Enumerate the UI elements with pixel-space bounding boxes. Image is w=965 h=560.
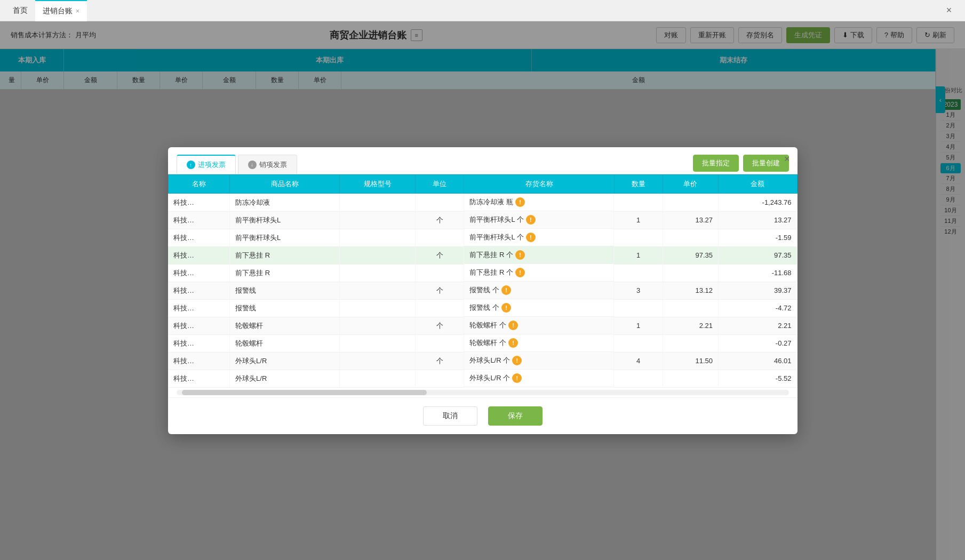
th-price: 单价: [663, 175, 718, 194]
warning-icon[interactable]: !: [515, 197, 525, 207]
warning-icon[interactable]: !: [512, 356, 522, 365]
tab-in-icon: ↑: [187, 161, 195, 169]
th-qty: 数量: [614, 175, 663, 194]
table-cell: [663, 334, 718, 352]
table-cell: [340, 229, 416, 246]
modal-tabs: ↑ 进项发票 ↓ 销项发票 批量指定 批量创建: [168, 147, 797, 174]
invoice-modal: × ↑ 进项发票 ↓ 销项发票 批量指定 批量创建 名称: [168, 147, 797, 434]
table-row[interactable]: 科技…轮毂螺杆轮毂螺杆 个!-0.27: [168, 334, 797, 352]
table-cell: 报警线: [230, 299, 340, 317]
cancel-button[interactable]: 取消: [423, 406, 477, 426]
table-cell: 科技…: [168, 299, 230, 317]
table-cell: [340, 370, 416, 387]
active-tab[interactable]: 进销台账 ×: [35, 0, 87, 21]
table-cell: 97.35: [663, 246, 718, 264]
table-row[interactable]: 科技…外球头L/R个外球头L/R 个!411.5046.01: [168, 352, 797, 370]
warning-icon[interactable]: !: [501, 303, 511, 313]
table-cell: 个: [416, 282, 464, 299]
table-cell: 前平衡杆球头L: [230, 211, 340, 229]
table-row[interactable]: 科技…报警线报警线 个!-4.72: [168, 299, 797, 317]
tab-invoices-in[interactable]: ↑ 进项发票: [177, 155, 236, 174]
tab-close-icon[interactable]: ×: [76, 7, 79, 15]
batch-create-button[interactable]: 批量创建: [743, 155, 789, 172]
table-cell: [340, 246, 416, 264]
table-cell: [416, 229, 464, 246]
table-cell: 报警线 个!: [464, 282, 614, 299]
table-row[interactable]: 科技…前下悬挂 R个前下悬挂 R 个!197.3597.35: [168, 246, 797, 264]
warning-icon[interactable]: !: [508, 321, 518, 330]
table-row[interactable]: 科技…轮毂螺杆个轮毂螺杆 个!12.212.21: [168, 317, 797, 334]
table-cell: -1.59: [718, 229, 797, 246]
warning-icon[interactable]: !: [515, 268, 525, 277]
table-row[interactable]: 科技…外球头L/R外球头L/R 个!-5.52: [168, 370, 797, 387]
table-cell: [663, 194, 718, 212]
table-cell: 轮毂螺杆 个!: [464, 317, 614, 334]
table-cell: 4: [614, 352, 663, 370]
modal-table: 名称 商品名称 规格型号 单位 存货名称 数量 单价 金额 科技…防冻冷却液防冻…: [168, 174, 797, 388]
modal-footer: 取消 保存: [168, 397, 797, 434]
table-cell: [663, 229, 718, 246]
table-cell: 39.37: [718, 282, 797, 299]
table-cell: [340, 352, 416, 370]
warning-icon[interactable]: !: [515, 250, 525, 260]
table-cell: 轮毂螺杆: [230, 334, 340, 352]
table-row[interactable]: 科技…防冻冷却液防冻冷却液 瓶!-1,243.76: [168, 194, 797, 212]
warning-icon[interactable]: !: [526, 215, 536, 225]
table-cell: [416, 299, 464, 317]
table-cell: [663, 299, 718, 317]
table-cell: 科技…: [168, 229, 230, 246]
table-cell: 科技…: [168, 317, 230, 334]
table-cell: [663, 264, 718, 282]
table-row[interactable]: 科技…前平衡杆球头L个前平衡杆球头L 个!113.2713.27: [168, 211, 797, 229]
table-cell: 前下悬挂 R 个!: [464, 246, 614, 264]
table-cell: -11.68: [718, 264, 797, 282]
table-row[interactable]: 科技…前平衡杆球头L前平衡杆球头L 个!-1.59: [168, 229, 797, 246]
table-cell: 97.35: [718, 246, 797, 264]
top-bar: 首页 进销台账 × ×: [0, 0, 965, 21]
table-cell: 轮毂螺杆 个!: [464, 334, 614, 352]
scroll-thumb[interactable]: [182, 390, 427, 395]
th-inventory: 存货名称: [464, 175, 614, 194]
warning-icon[interactable]: !: [501, 285, 511, 295]
modal-close-button[interactable]: ×: [784, 154, 790, 165]
table-cell: 2.21: [663, 317, 718, 334]
home-tab[interactable]: 首页: [5, 0, 35, 21]
horizontal-scrollbar[interactable]: [177, 390, 789, 395]
warning-icon[interactable]: !: [526, 233, 536, 242]
table-cell: [614, 334, 663, 352]
table-cell: [340, 334, 416, 352]
table-row[interactable]: 科技…报警线个报警线 个!313.1239.37: [168, 282, 797, 299]
modal-overlay: × ↑ 进项发票 ↓ 销项发票 批量指定 批量创建 名称: [0, 21, 965, 560]
table-cell: [614, 229, 663, 246]
table-cell: [614, 194, 663, 212]
warning-icon[interactable]: !: [512, 373, 522, 383]
table-cell: 13.27: [718, 211, 797, 229]
table-cell: 个: [416, 317, 464, 334]
tab-invoices-out[interactable]: ↓ 销项发票: [238, 155, 297, 174]
table-cell: [340, 317, 416, 334]
table-cell: 外球头L/R: [230, 352, 340, 370]
table-cell: 个: [416, 352, 464, 370]
save-button[interactable]: 保存: [488, 406, 543, 426]
table-cell: 2.21: [718, 317, 797, 334]
table-cell: 1: [614, 211, 663, 229]
table-cell: 防冻冷却液 瓶!: [464, 194, 614, 211]
batch-assign-button[interactable]: 批量指定: [693, 155, 739, 172]
th-spec: 规格型号: [340, 175, 416, 194]
table-cell: 前下悬挂 R: [230, 264, 340, 282]
table-cell: 前平衡杆球头L 个!: [464, 211, 614, 229]
th-amount: 金额: [718, 175, 797, 194]
table-cell: 11.50: [663, 352, 718, 370]
home-label: 首页: [13, 6, 28, 15]
table-cell: 13.27: [663, 211, 718, 229]
warning-icon[interactable]: !: [508, 338, 518, 348]
window-close-button[interactable]: ×: [938, 0, 960, 21]
th-name: 名称: [168, 175, 230, 194]
table-cell: 科技…: [168, 194, 230, 212]
table-cell: [663, 370, 718, 387]
table-row[interactable]: 科技…前下悬挂 R前下悬挂 R 个!-11.68: [168, 264, 797, 282]
modal-table-wrap[interactable]: 名称 商品名称 规格型号 单位 存货名称 数量 单价 金额 科技…防冻冷却液防冻…: [168, 174, 797, 388]
table-cell: [340, 211, 416, 229]
table-cell: [416, 370, 464, 387]
table-cell: 科技…: [168, 370, 230, 387]
